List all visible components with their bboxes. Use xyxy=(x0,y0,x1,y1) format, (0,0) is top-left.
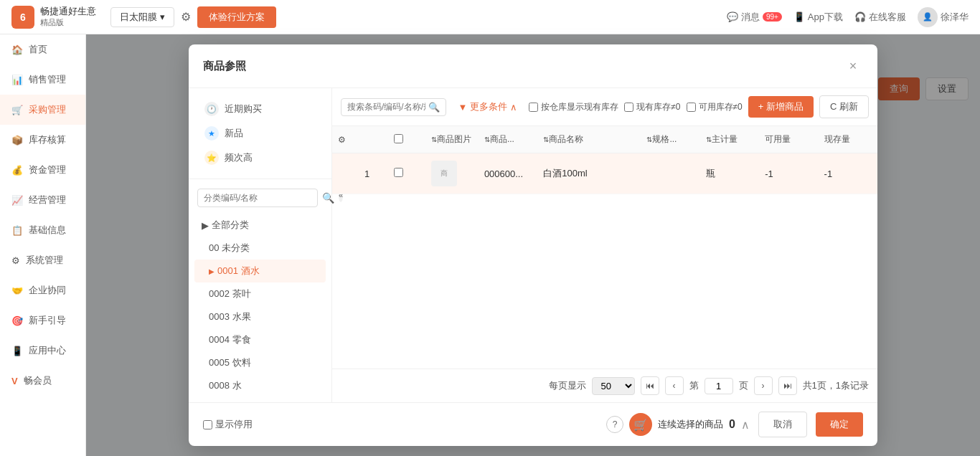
cat-0008[interactable]: 0008 水 xyxy=(194,374,326,394)
add-product-btn[interactable]: + 新增商品 xyxy=(748,96,814,118)
brand-name: 畅捷通好生意 xyxy=(40,6,96,17)
page-input[interactable] xyxy=(705,378,733,394)
cat-all-label: 全部分类 xyxy=(212,219,249,232)
checkbox-available[interactable]: 可用库存≠0 xyxy=(687,101,743,113)
sidebar-item-inventory[interactable]: 📦 库存核算 xyxy=(0,125,85,155)
quick-link-new[interactable]: ★ 新品 xyxy=(197,121,323,146)
cat-0003[interactable]: 0003 水果 xyxy=(194,305,326,328)
recent-icon: 🕐 xyxy=(204,102,219,116)
sidebar-item-vip[interactable]: V 畅会员 xyxy=(0,366,85,396)
th-name[interactable]: ⇅商品名称 xyxy=(537,126,641,153)
first-page-btn[interactable]: ⏮ xyxy=(641,376,659,395)
cat-00[interactable]: 00 未分类 xyxy=(194,237,326,260)
category-search-input[interactable] xyxy=(197,189,318,207)
checkbox-existing-input[interactable] xyxy=(624,103,633,112)
help-icon[interactable]: ? xyxy=(606,416,623,433)
quick-link-freq[interactable]: ⭐ 频次高 xyxy=(197,146,323,170)
left-panel: 🕐 近期购买 ★ 新品 ⭐ 频次高 xyxy=(189,88,332,402)
modal-close-button[interactable]: × xyxy=(843,56,863,76)
messages-item[interactable]: 💬 消息 99+ xyxy=(727,11,782,24)
sidebar-item-apps[interactable]: 📱 应用中心 xyxy=(0,336,85,366)
cart-button[interactable]: 🛒 xyxy=(629,413,652,436)
exp-btn[interactable]: 体验行业方案 xyxy=(197,6,276,28)
filter-arrow-icon: ∧ xyxy=(510,102,517,113)
select-all-checkbox[interactable] xyxy=(394,134,403,143)
product-search-input[interactable] xyxy=(347,102,425,112)
filter-btn[interactable]: ▼ 更多条件 ∧ xyxy=(452,98,523,116)
sidebar-item-home[interactable]: 🏠 首页 xyxy=(0,34,85,65)
inventory-icon: 📦 xyxy=(11,135,23,146)
filter-label: 更多条件 xyxy=(470,100,507,113)
category-tree: ▶ 全部分类 00 未分类 ▶ 0001 酒水 0002 茶叶 xyxy=(189,214,331,394)
checkbox-available-input[interactable] xyxy=(687,103,696,112)
th-code[interactable]: ⇅商品... xyxy=(479,126,537,153)
sidebar-item-system[interactable]: ⚙ 系统管理 xyxy=(0,245,85,275)
online-service[interactable]: 🎧 在线客服 xyxy=(854,11,906,24)
prev-page-btn[interactable]: ‹ xyxy=(665,376,684,395)
show-disabled-checkbox[interactable]: 显示停用 xyxy=(203,418,253,431)
cat-0002[interactable]: 0002 茶叶 xyxy=(194,282,326,305)
checkbox-existing[interactable]: 现有库存≠0 xyxy=(624,101,680,113)
checkbox-warehouse[interactable]: 按仓库显示现有库存 xyxy=(529,101,618,113)
td-checkbox[interactable] xyxy=(388,153,425,194)
sidebar-item-operation[interactable]: 📈 经营管理 xyxy=(0,185,85,215)
cancel-button[interactable]: 取消 xyxy=(758,412,807,437)
confirm-button[interactable]: 确定 xyxy=(816,412,863,437)
sidebar-item-finance[interactable]: 💰 资金管理 xyxy=(0,155,85,185)
product-table: ⚙ ⇅商品图片 ⇅商品... xyxy=(332,126,877,194)
sidebar-item-collab[interactable]: 🤝 企业协同 xyxy=(0,275,85,305)
category-search-bar: 🔍 « xyxy=(189,182,331,214)
user-info[interactable]: 👤 徐泽华 xyxy=(918,7,969,27)
cat-0004[interactable]: 0004 零食 xyxy=(194,328,326,351)
product-search-bar[interactable]: 🔍 xyxy=(341,98,446,116)
sidebar-operation-label: 经营管理 xyxy=(29,194,66,206)
cat-00-label: 00 未分类 xyxy=(209,242,250,255)
basic-icon: 📋 xyxy=(11,225,23,236)
next-page-btn[interactable]: › xyxy=(754,376,773,395)
sidebar-item-guide[interactable]: 🎯 新手引导 xyxy=(0,305,85,336)
cat-all[interactable]: ▶ 全部分类 xyxy=(194,214,326,237)
td-name: 白酒100ml xyxy=(537,153,641,194)
quick-link-freq-label: 频次高 xyxy=(225,151,253,164)
show-disabled-input[interactable] xyxy=(203,420,212,429)
th-checkbox[interactable] xyxy=(388,126,425,153)
collapse-footer-icon[interactable]: ∧ xyxy=(741,418,750,432)
home-icon: 🏠 xyxy=(11,44,23,55)
purchase-icon: 🛒 xyxy=(11,105,23,115)
cart-text: 连续选择的商品 xyxy=(658,418,723,431)
sidebar-item-purchase[interactable]: 🛒 采购管理 xyxy=(0,95,85,125)
gear-button[interactable]: ⚙ xyxy=(174,6,197,29)
row-checkbox[interactable] xyxy=(394,168,403,177)
sidebar-item-basic[interactable]: 📋 基础信息 xyxy=(0,215,85,245)
th-available: 可用量 xyxy=(759,126,818,153)
app-download[interactable]: 📱 App下载 xyxy=(793,11,843,24)
th-unit[interactable]: ⇅主计量 xyxy=(700,126,759,153)
cat-0001[interactable]: ▶ 0001 酒水 xyxy=(194,260,326,282)
th-settings[interactable]: ⚙ xyxy=(332,126,359,153)
collab-icon: 🤝 xyxy=(11,285,23,296)
cart-count: 0 xyxy=(729,418,735,431)
td-available: -1 xyxy=(759,153,818,194)
page-label: 第 xyxy=(689,379,699,392)
th-spec[interactable]: ⇅规格... xyxy=(641,126,699,153)
td-img: 商 xyxy=(425,153,479,194)
table-row[interactable]: 1 商 000600... 白酒100ml 瓶 -1 xyxy=(332,153,877,194)
per-page-select[interactable]: 50 100 200 xyxy=(592,377,635,395)
store-name: 日太阳膜 xyxy=(120,11,157,24)
cat-0005[interactable]: 0005 饮料 xyxy=(194,351,326,374)
td-stock: -1 xyxy=(819,153,877,194)
quick-link-recent[interactable]: 🕐 近期购买 xyxy=(197,97,323,121)
message-icon: 💬 xyxy=(727,11,738,22)
sidebar-item-sales[interactable]: 📊 销售管理 xyxy=(0,65,85,95)
last-page-btn[interactable]: ⏭ xyxy=(778,376,797,395)
td-code: 000600... xyxy=(479,153,537,194)
top-nav: 6 畅捷通好生意 精品版 日太阳膜 ▾ ⚙ 体验行业方案 💬 消息 99+ 📱 … xyxy=(0,0,980,34)
store-selector[interactable]: 日太阳膜 ▾ xyxy=(110,7,174,27)
freq-icon: ⭐ xyxy=(204,151,219,165)
cat-all-arrow: ▶ xyxy=(202,220,209,231)
checkbox-warehouse-input[interactable] xyxy=(529,103,538,112)
product-table-container: ⚙ ⇅商品图片 ⇅商品... xyxy=(332,126,877,369)
refresh-btn[interactable]: C 刷新 xyxy=(819,95,869,118)
vip-icon: V xyxy=(11,376,18,386)
cat-0004-label: 0004 零食 xyxy=(209,333,251,346)
